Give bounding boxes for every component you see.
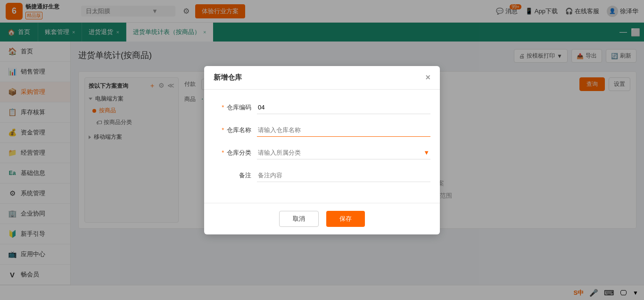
- category-select-row[interactable]: ▼: [257, 146, 430, 159]
- form-row-note: 备注: [214, 169, 430, 182]
- category-label: * 仓库分类: [214, 149, 251, 157]
- form-row-category: * 仓库分类 ▼: [214, 146, 430, 159]
- modal-header: 新增仓库 ×: [204, 66, 440, 90]
- code-label-text: 仓库编码: [227, 104, 251, 111]
- save-btn[interactable]: 保存: [326, 211, 365, 227]
- form-row-code: * 仓库编码: [214, 101, 430, 114]
- code-label: * 仓库编码: [214, 103, 251, 112]
- required-star: *: [222, 104, 224, 111]
- add-warehouse-modal: 新增仓库 × * 仓库编码 * 仓库名称: [204, 66, 440, 234]
- note-label: 备注: [214, 171, 251, 180]
- required-star3: *: [222, 149, 224, 156]
- warehouse-name-input[interactable]: [257, 124, 430, 137]
- note-input[interactable]: [257, 169, 430, 182]
- warehouse-code-input[interactable]: [257, 101, 430, 114]
- modal-close-btn[interactable]: ×: [425, 73, 430, 83]
- modal-overlay[interactable]: 新增仓库 × * 仓库编码 * 仓库名称: [0, 0, 644, 300]
- form-row-name: * 仓库名称: [214, 124, 430, 137]
- category-arrow-icon: ▼: [423, 149, 429, 156]
- required-star2: *: [222, 126, 224, 133]
- category-label-text: 仓库分类: [227, 149, 251, 156]
- name-label-text: 仓库名称: [227, 126, 251, 133]
- modal-footer: 取消 保存: [204, 203, 440, 234]
- note-label-text: 备注: [239, 172, 251, 179]
- cancel-btn[interactable]: 取消: [279, 211, 319, 227]
- modal-title: 新增仓库: [214, 73, 242, 82]
- name-label: * 仓库名称: [214, 126, 251, 134]
- category-input[interactable]: [258, 149, 423, 156]
- modal-body: * 仓库编码 * 仓库名称 * 仓库分类: [204, 90, 440, 203]
